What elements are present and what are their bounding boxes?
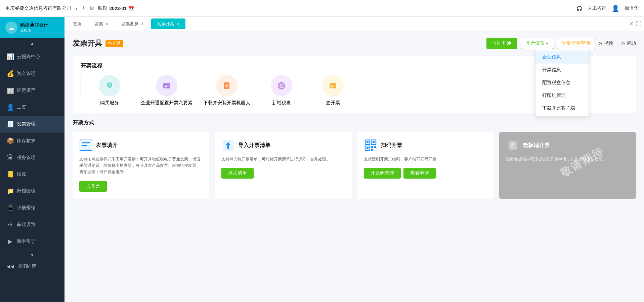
help-button[interactable]: ⊙ 帮助 bbox=[621, 40, 636, 46]
sidebar-item-label: 资金管理 bbox=[17, 71, 36, 77]
tab-invoice-calc-close[interactable]: ✕ bbox=[141, 22, 144, 26]
sidebar-item-guide[interactable]: ▶ 新手引导 bbox=[0, 233, 65, 250]
tab-home[interactable]: 首页 bbox=[67, 18, 87, 29]
sidebar-item-cloud-report[interactable]: 📊 云报表中心 bbox=[0, 48, 65, 65]
flow-arrow-1: ··· bbox=[132, 82, 138, 89]
cancel-fixed-label: 取消固定 bbox=[17, 263, 36, 269]
sidebar-scroll-down[interactable]: ▼ bbox=[0, 250, 65, 260]
tab-invoice[interactable]: 发票 ✕ bbox=[89, 18, 114, 29]
sidebar-item-settle[interactable]: 📒 结账 bbox=[0, 166, 65, 183]
import-card-title: 导入开票清单 bbox=[238, 142, 270, 149]
tab-home-label: 首页 bbox=[73, 21, 82, 27]
method-card-scan-header: 扫码开票 bbox=[364, 139, 487, 152]
svg-rect-10 bbox=[330, 83, 336, 88]
settings-icon[interactable]: ⚙ bbox=[89, 5, 94, 11]
method-card-fill-header: 发票填开 bbox=[79, 139, 203, 152]
flow-step-3-label: 下载并安装开票机器人 bbox=[203, 100, 250, 106]
help-label: 帮助 bbox=[627, 40, 636, 46]
dropdown-item-company[interactable]: 企业信息 bbox=[535, 51, 589, 64]
flow-arrow-2: ··· bbox=[195, 82, 201, 89]
settings-button[interactable]: 开票设置 ▾ bbox=[521, 38, 553, 49]
salary-icon: 👤 bbox=[7, 104, 13, 111]
content-area: 首页 发票 ✕ 发票测算 ✕ 发票开具 ✕ ✕ ⛶ bbox=[65, 17, 644, 302]
sidebar-cancel-fixed[interactable]: ◀◀ 取消固定 bbox=[0, 260, 65, 273]
video-button[interactable]: ⊙ 视频 bbox=[598, 40, 613, 46]
sidebar-item-expense[interactable]: 📱 小畅报销 bbox=[0, 199, 65, 216]
method-card-import: 导入开票清单 支持导入待开票清单，可对待开票清单进行拆分、合并处理。 导入清单 bbox=[215, 132, 351, 199]
sidebar-item-label: 结账 bbox=[17, 171, 26, 177]
scan-card-desc: 支持定制开票二维码，客户端可扫码开票 bbox=[364, 156, 487, 162]
method-card-fill: 发票填开 支持按照发票样式手工填开发票；可开具增值税电子普通发票、增值税普通发票… bbox=[73, 132, 209, 199]
svg-rect-26 bbox=[367, 147, 369, 149]
dropdown-item-download-client[interactable]: 下载开票客户端 bbox=[535, 102, 589, 115]
tab-bar: 首页 发票 ✕ 发票测算 ✕ 发票开具 ✕ ✕ ⛶ bbox=[65, 17, 644, 31]
help-icon: ⊙ bbox=[621, 41, 625, 46]
user-label[interactable]: 徐泽华 bbox=[625, 5, 639, 11]
boss-card-icon bbox=[506, 139, 519, 152]
fund-icon: 💰 bbox=[7, 70, 13, 77]
dropdown-item-printer[interactable]: 打印机管理 bbox=[535, 89, 589, 102]
flow-step-1: + 购买服务 bbox=[89, 75, 130, 106]
exception-button[interactable]: 异常清单查询 bbox=[557, 38, 595, 49]
sidebar-item-inventory[interactable]: 📦 库存核算 bbox=[0, 133, 65, 149]
sidebar-logo: ☁ 畅捷通好会计 旗舰版 bbox=[0, 17, 65, 38]
tab-invoice-label: 发票 bbox=[94, 21, 103, 27]
boss-card-desc: 查看老板端小程序提交的开票申请，并作出相应的处理。 bbox=[506, 156, 629, 162]
tab-invoice-issue-close[interactable]: ✕ bbox=[176, 22, 180, 26]
scan-card-btn1[interactable]: 开票码管理 bbox=[364, 168, 401, 179]
tab-invoice-calc[interactable]: 发票测算 ✕ bbox=[116, 18, 150, 29]
tab-bar-actions: ✕ ⛶ bbox=[629, 21, 641, 27]
page-content: 发票开具 待开通 立即开通 开票设置 ▾ 异常清单查询 ⊙ 视频 | bbox=[65, 31, 644, 302]
settings-dropdown-menu: 企业信息 开票信息 配置税盘信息 打印机管理 下载开票客户端 bbox=[535, 49, 589, 116]
sidebar-item-tax[interactable]: 🏛 税务管理 bbox=[0, 149, 65, 166]
svg-point-31 bbox=[511, 143, 514, 146]
tab-close-all-icon[interactable]: ✕ bbox=[629, 21, 633, 27]
scan-card-btns: 开票码管理 查看申请 bbox=[364, 168, 487, 179]
scan-card-btn2[interactable]: 查看申请 bbox=[403, 168, 436, 179]
flow-step-2-label: 企业开通配置开票六要素 bbox=[141, 100, 192, 106]
sidebar-item-label: 工资 bbox=[17, 104, 26, 110]
sidebar-item-invoice[interactable]: 🧾 发票管理 bbox=[0, 116, 65, 133]
tab-invoice-issue[interactable]: 发票开具 ✕ bbox=[151, 18, 185, 29]
import-card-desc: 支持导入待开票清单，可对待开票清单进行拆分、合并处理。 bbox=[221, 156, 345, 162]
svg-text:+: + bbox=[108, 82, 111, 87]
method-card-boss: 老板端开票 查看老板端小程序提交的开票申请，并作出相应的处理。 敬请期待 bbox=[499, 132, 636, 199]
sidebar-item-fixed-assets[interactable]: 🏢 固定资产 bbox=[0, 82, 65, 99]
page-title: 发票开具 bbox=[73, 38, 102, 48]
consult-icon: 🎧 bbox=[576, 6, 582, 11]
dropdown-item-tax-disk[interactable]: 配置税盘信息 bbox=[535, 76, 589, 89]
video-label: 视频 bbox=[604, 40, 613, 46]
user-avatar-icon: 👤 bbox=[612, 5, 619, 12]
header-actions: 立即开通 开票设置 ▾ 异常清单查询 ⊙ 视频 | ⊙ 帮助 bbox=[486, 38, 636, 49]
sidebar-item-label: 归档管理 bbox=[17, 188, 36, 194]
svg-rect-24 bbox=[373, 141, 375, 143]
sidebar-item-salary[interactable]: 👤 工资 bbox=[0, 99, 65, 116]
svg-rect-2 bbox=[163, 83, 170, 88]
settle-icon: 📒 bbox=[7, 171, 13, 178]
tab-maximize-icon[interactable]: ⛶ bbox=[636, 21, 641, 27]
consult-label[interactable]: 人工咨询 bbox=[588, 5, 606, 11]
period-calendar-icon[interactable]: 📅 bbox=[129, 6, 134, 11]
tab-invoice-close[interactable]: ✕ bbox=[105, 22, 109, 26]
logo-text: 畅捷通好会计 bbox=[20, 22, 48, 28]
sidebar-item-settings[interactable]: ⚙ 基础设置 bbox=[0, 216, 65, 233]
method-card-import-header: 导入开票清单 bbox=[221, 139, 345, 152]
sidebar-scroll-up[interactable]: ▲ bbox=[0, 38, 65, 48]
cancel-fixed-icon: ◀◀ bbox=[7, 264, 14, 269]
company-dropdown-icon[interactable]: ▾ bbox=[75, 6, 78, 11]
top-bar-actions: 🎧 人工咨询 👤 徐泽华 bbox=[576, 5, 639, 12]
import-card-btn[interactable]: 导入清单 bbox=[221, 168, 254, 179]
sidebar-item-fund[interactable]: 💰 资金管理 bbox=[0, 65, 65, 82]
add-icon[interactable]: + bbox=[82, 5, 85, 12]
settings-dropdown-arrow: ▾ bbox=[546, 41, 548, 46]
logo-sub: 旗舰版 bbox=[20, 28, 48, 33]
sidebar-item-archive[interactable]: 📁 归档管理 bbox=[0, 183, 65, 199]
fill-card-btn[interactable]: 去开票 bbox=[79, 181, 107, 192]
flow-arrow-3: ··· bbox=[253, 82, 259, 89]
flow-step-4: 税+ 新增税盘 bbox=[261, 75, 302, 106]
flow-step-2-icon bbox=[156, 75, 177, 97]
period-label: 账期 bbox=[98, 5, 108, 11]
dropdown-item-invoice-info[interactable]: 开票信息 bbox=[535, 64, 589, 76]
company-name[interactable]: 重庆畅捷交通信息咨询有限公司 bbox=[5, 5, 71, 11]
activate-button[interactable]: 立即开通 bbox=[486, 38, 517, 49]
